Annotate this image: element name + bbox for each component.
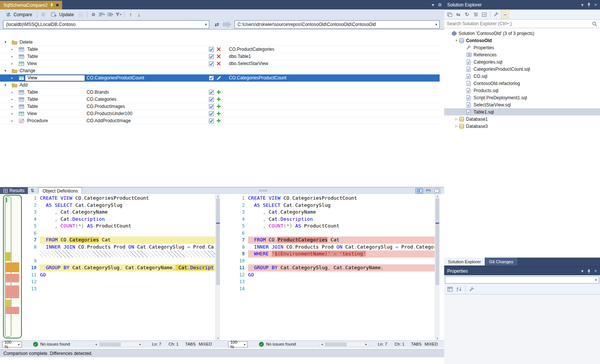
source-dropdown[interactable]: (localdb)\MSSQLLocalDB.Contoso ▼ [3,20,209,29]
solution-explorer-tree[interactable]: Solution 'ContosoOld' (3 of 3 projects)▾… [444,28,600,258]
compare-item-row[interactable]: ▸TableCO.ProductImages [0,103,440,110]
layout-single-button[interactable] [433,188,440,194]
row-expander-icon[interactable]: ▸ [11,89,13,96]
tab-git-changes[interactable]: Git Changes [486,258,517,265]
compare-item-row[interactable]: ▸Tabledbo.Table1 [0,53,440,60]
source-code-editor[interactable]: 12345678910111213 CREATE VIEW CO.Categor… [23,194,220,340]
include-checkbox[interactable] [209,54,214,59]
compare-results-grid[interactable]: ▾Delete▸TableCO.ProductCategories▸Tabled… [0,29,444,187]
collapsed-chevron-icon[interactable]: ▷ [454,117,459,121]
collapsed-chevron-icon[interactable]: ▷ [454,124,459,128]
splitter-grip[interactable] [259,189,267,192]
horizontal-scrollbar[interactable]: ◀ ▶ [319,342,369,347]
chevron-down-icon[interactable]: ▾ [581,268,583,274]
previous-difference-button[interactable]: ↑ [127,11,134,18]
scroll-up-arrow-icon[interactable]: ▲ [435,194,440,198]
close-icon[interactable]: × [594,2,597,8]
row-expander-icon[interactable]: ▸ [11,103,13,110]
compare-group-row[interactable]: ▾Delete [0,39,440,46]
group-results-dropdown[interactable]: ▾ [98,11,105,18]
pin-icon[interactable] [50,3,53,8]
tree-item[interactable]: Script.PreDeployment1.sql [444,94,600,101]
scroll-down-arrow-icon[interactable]: ▼ [435,336,440,340]
refresh-icon[interactable]: ↻ [463,11,471,18]
tree-item[interactable]: CategoriesProductCount.sql [444,65,600,73]
diff-overview-map[interactable] [3,195,22,338]
scroll-left-arrow-icon[interactable]: ◀ [94,343,98,346]
tree-item[interactable]: Products.sql [444,87,600,94]
display-options-dropdown[interactable]: ▾ [107,11,113,18]
nest-files-icon[interactable] [472,11,480,18]
property-pages-wrench-icon[interactable] [468,285,476,293]
include-checkbox[interactable] [209,111,214,116]
collapse-all-icon[interactable] [480,11,488,18]
tree-item[interactable]: ContosoOld.refactorlog [444,80,600,87]
row-expander-icon[interactable]: ▸ [11,46,13,53]
scroll-right-arrow-icon[interactable]: ▶ [138,343,143,346]
switch-views-icon[interactable] [446,11,454,18]
compare-item-row[interactable]: ▸ViewCO.ProductsUnder100 [0,110,440,117]
show-all-files-icon[interactable] [501,11,509,18]
compare-item-row[interactable]: ▸TableCO.Categories [0,96,440,103]
layout-stacked-button[interactable] [424,188,432,194]
close-icon[interactable]: × [594,268,597,274]
chevron-down-icon[interactable]: ▾ [581,2,583,8]
scrollbar-thumb[interactable] [216,199,220,285]
row-expander-icon[interactable]: ▸ [11,53,13,60]
scroll-left-arrow-icon[interactable]: ◀ [320,343,324,346]
tab-object-definitions[interactable]: Object Definitions [38,187,82,194]
include-checkbox[interactable] [209,90,214,95]
tree-item[interactable]: Table1.sql [444,108,600,115]
compare-group-row[interactable]: ▾Change [0,67,440,74]
object-dropdown[interactable]: ▼ [445,276,599,284]
search-input[interactable] [447,21,590,26]
pin-icon[interactable] [587,268,591,274]
group-expander-icon[interactable]: ▾ [5,67,6,74]
row-expander-icon[interactable]: ▸ [11,60,13,67]
row-expander-icon[interactable]: ▸ [11,96,13,103]
scroll-down-arrow-icon[interactable]: ▼ [216,336,220,340]
scroll-right-arrow-icon[interactable]: ▶ [364,343,369,346]
tab-results[interactable]: Results [0,187,28,194]
document-list-chevron-icon[interactable]: ▾ [432,2,434,8]
expanded-chevron-icon[interactable]: ▾ [454,39,459,42]
target-code-editor[interactable]: 1234567891011121314 CREATE VIEW CO.Categ… [231,194,440,340]
vertical-scrollbar[interactable]: ▲ ▼ [215,194,220,340]
tab-solution-explorer[interactable]: Solution Explorer [444,258,485,265]
scrollbar-thumb[interactable] [325,343,347,346]
filter-dropdown[interactable]: ▾ [115,11,122,18]
row-expander-icon[interactable]: ▸ [11,74,13,82]
tree-item[interactable]: ▷Database1 [444,115,600,123]
properties-wrench-icon[interactable] [492,11,500,18]
group-expander-icon[interactable]: ▾ [5,82,6,89]
categorized-icon[interactable] [446,285,454,293]
chevron-down-icon[interactable]: ▼ [433,21,439,28]
include-checkbox[interactable] [209,104,214,109]
sort-toggle-button[interactable]: ⇅ [28,187,37,194]
scroll-up-arrow-icon[interactable]: ▲ [216,194,220,198]
compare-item-row[interactable]: ▸TableCO.ProductCategories [0,46,440,53]
tree-item[interactable]: ▾ContosoOld [444,37,600,44]
solution-explorer-search[interactable] [444,20,600,28]
tree-item[interactable]: References [444,51,600,58]
swap-source-target-button[interactable]: ⇄ [212,21,221,28]
compare-button[interactable]: Compare [3,11,34,19]
sync-with-active-document-icon[interactable]: ⇆ [454,11,462,18]
group-expander-icon[interactable]: ▾ [5,39,6,46]
alphabetical-sort-icon[interactable]: AZ [455,285,463,293]
tree-item[interactable]: Properties [444,44,600,51]
target-dropdown[interactable]: C:\Users\drskwier\source\repos\ContosoOl… [235,20,440,29]
document-tab[interactable]: SqlSchemaCompare2 [0,1,62,9]
scrollbar-thumb[interactable] [99,343,121,346]
compare-item-row[interactable]: ▸Viewdbo.SelectStarView [0,60,440,67]
search-icon[interactable] [590,21,599,26]
horizontal-scrollbar[interactable]: ◀ ▶ [93,342,143,347]
zoom-dropdown[interactable]: 100 % ▼ [2,341,22,347]
tree-item[interactable]: SelectStarView.sql [444,101,600,108]
zoom-dropdown[interactable]: 100 % ▼ [228,341,248,347]
row-expander-icon[interactable]: ▸ [11,117,13,124]
chevron-down-icon[interactable]: ▼ [203,21,209,28]
tree-item[interactable]: CO.sql [444,73,600,80]
scrollbar-thumb[interactable] [436,199,439,285]
include-checkbox[interactable] [209,97,214,102]
